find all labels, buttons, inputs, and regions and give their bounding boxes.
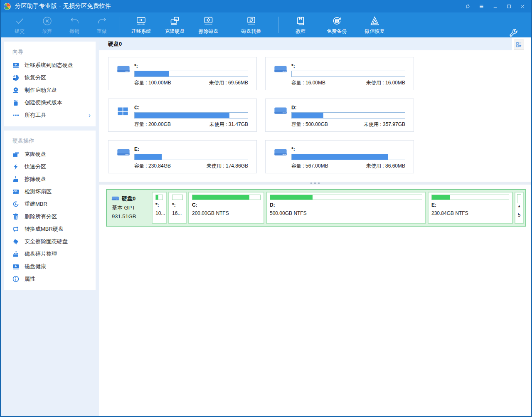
- discard-button[interactable]: 放弃: [33, 13, 61, 37]
- commit-button[interactable]: 提交: [6, 13, 33, 37]
- free-backup-button[interactable]: 免费备份: [320, 13, 354, 37]
- disk-icon: [116, 63, 131, 90]
- minimize-icon[interactable]: [488, 0, 502, 12]
- sidebar-item-portable-version[interactable]: 创建便携式版本: [4, 96, 96, 109]
- sidebar-item-recover-partition[interactable]: 恢复分区: [4, 72, 96, 84]
- free-backup-icon: [331, 15, 342, 27]
- capacity-text: 容量 : 230.84GB: [134, 163, 171, 170]
- unused-text: 未使用 : 69.56MB: [209, 79, 248, 86]
- redo-button[interactable]: 重做: [88, 13, 116, 37]
- sidebar-item-disk-health[interactable]: 磁盘健康: [4, 260, 96, 273]
- redo-icon: [96, 15, 108, 27]
- unused-text: 未使用 : 31.47GB: [209, 121, 248, 128]
- partition-card[interactable]: C: 容量 : 200.00GB 未使用 : 31.47GB: [108, 99, 257, 132]
- sidebar-item-secure-erase-ssd[interactable]: 安全擦除固态硬盘: [4, 235, 96, 248]
- usage-bar: [291, 71, 405, 77]
- convert-mbr-icon: [12, 226, 19, 232]
- capacity-text: 容量 : 567.00MB: [291, 163, 328, 170]
- partition-card[interactable]: E: 容量 : 230.84GB 未使用 : 174.86GB: [108, 140, 257, 173]
- close-icon[interactable]: [516, 0, 530, 12]
- commit-label: 提交: [15, 28, 25, 35]
- clone-disk-icon: [169, 15, 180, 27]
- sidebar-item-label: 擦除硬盘: [25, 175, 46, 183]
- check-icon: [14, 15, 25, 27]
- disk-map-partition[interactable]: * 5: [515, 192, 524, 224]
- sidebar-item-make-boot-disc[interactable]: 制作启动光盘: [4, 84, 96, 96]
- tutorial-button[interactable]: 教程: [287, 13, 314, 37]
- partition-size: 5: [517, 212, 522, 218]
- partition-label: E:: [431, 202, 509, 208]
- disk-map-partition[interactable]: D: 500.00GB NTFS: [266, 192, 426, 224]
- partition-label: *:: [291, 146, 405, 152]
- usage-bar: [291, 154, 405, 160]
- migrate-system-label: 迁移系统: [131, 28, 151, 35]
- sidebar-item-label: 恢复分区: [25, 74, 46, 81]
- disk-name: 硬盘0: [122, 195, 135, 202]
- sidebar-section-wizard: 向导 迁移系统到固态硬盘 恢复分区 制作启动光盘 创建便携式版本: [4, 42, 96, 126]
- partition-size: 200.00GB NTFS: [192, 210, 261, 216]
- disk-icon: [111, 195, 120, 202]
- disk-map-partition[interactable]: E: 230.84GB NTFS: [428, 192, 513, 224]
- portable-version-icon: [12, 99, 19, 106]
- maximize-icon[interactable]: [502, 0, 516, 12]
- sidebar-item-rebuild-mbr[interactable]: 重建MBR: [4, 198, 96, 210]
- disk-map-partition[interactable]: *: 10...: [152, 192, 167, 224]
- free-backup-label: 免费备份: [327, 28, 347, 35]
- sidebar-section-disk-ops: 硬盘操作 克隆硬盘 快速分区 擦除硬盘 检测坏扇区: [4, 131, 96, 290]
- capacity-text: 容量 : 100.00MB: [134, 79, 171, 86]
- sidebar-item-migrate-to-ssd[interactable]: 迁移系统到固态硬盘: [4, 59, 96, 72]
- refresh-icon[interactable]: [461, 0, 475, 12]
- disk-header-bar: 硬盘0: [99, 37, 512, 50]
- sidebar-item-convert-to-mbr[interactable]: 转换成MBR硬盘: [4, 223, 96, 235]
- migrate-system-button[interactable]: 迁移系统: [124, 13, 158, 37]
- wechat-recovery-button[interactable]: 微信恢复: [358, 13, 392, 37]
- wipe-disk-button[interactable]: 擦除磁盘: [192, 13, 225, 37]
- defrag-icon: [12, 251, 19, 257]
- clone-disk-button[interactable]: 克隆硬盘: [158, 13, 192, 37]
- title-bar: 分区助手专业版 - 无损分区免费软件: [0, 0, 532, 12]
- window-title: 分区助手专业版 - 无损分区免费软件: [15, 2, 111, 10]
- usage-bar: [134, 71, 248, 77]
- splitter-handle[interactable]: [99, 182, 531, 185]
- partition-size: 16...: [172, 210, 183, 216]
- partition-size: 10...: [155, 210, 163, 216]
- bad-sector-icon: [12, 188, 19, 195]
- sidebar: 向导 迁移系统到固态硬盘 恢复分区 制作启动光盘 创建便携式版本: [0, 37, 99, 417]
- sidebar-item-defragment[interactable]: 磁盘碎片整理: [4, 248, 96, 260]
- partition-card[interactable]: *: 容量 : 567.00MB 未使用 : 86.60MB: [265, 140, 414, 173]
- sidebar-item-properties[interactable]: 属性: [4, 273, 96, 285]
- header-divider: [107, 51, 511, 51]
- view-toggle-button[interactable]: [514, 39, 524, 50]
- sidebar-item-label: 所有工具: [25, 111, 46, 119]
- properties-icon: [12, 276, 19, 282]
- windows-icon: [116, 105, 131, 131]
- undo-button[interactable]: 撤销: [61, 13, 88, 37]
- partition-card[interactable]: D: 容量 : 500.00GB 未使用 : 357.97GB: [265, 99, 414, 132]
- recover-partition-icon: [12, 74, 19, 81]
- sidebar-item-label: 克隆硬盘: [25, 151, 46, 158]
- sidebar-item-all-tools[interactable]: 所有工具 ›: [4, 109, 96, 121]
- unused-text: 未使用 : 16.00MB: [366, 79, 405, 86]
- sidebar-item-wipe-disk[interactable]: 擦除硬盘: [4, 173, 96, 185]
- disk-health-icon: [12, 263, 19, 270]
- disk-icon: [273, 146, 288, 173]
- toolbar: 提交 放弃 撤销 重做 迁移系统 克隆硬盘 擦除磁盘 磁盘转换 教程 免费备份: [0, 12, 532, 37]
- menu-icon[interactable]: [475, 0, 488, 12]
- disk-convert-button[interactable]: 磁盘转换: [234, 13, 268, 37]
- unused-text: 未使用 : 174.86GB: [207, 163, 248, 170]
- sidebar-item-delete-all-partitions[interactable]: 删除所有分区: [4, 210, 96, 223]
- wipe-disk-icon: [12, 176, 19, 183]
- sidebar-item-label: 迁移系统到固态硬盘: [25, 62, 73, 69]
- partition-size: 500.00GB NTFS: [270, 210, 422, 216]
- sidebar-item-clone-disk[interactable]: 克隆硬盘: [4, 148, 96, 160]
- partition-card[interactable]: *: 容量 : 16.00MB 未使用 : 16.00MB: [265, 57, 414, 90]
- partition-card[interactable]: *: 容量 : 100.00MB 未使用 : 69.56MB: [108, 57, 257, 90]
- disk-map-info[interactable]: 硬盘0 基本 GPT 931.51GB: [108, 192, 150, 224]
- delete-partitions-icon: [12, 213, 19, 220]
- disk-map-partition[interactable]: C: 200.00GB NTFS: [188, 192, 264, 224]
- disk-map-partition[interactable]: *: 16...: [168, 192, 187, 224]
- partition-label: C:: [134, 105, 248, 111]
- sidebar-item-label: 检测坏扇区: [25, 188, 52, 195]
- sidebar-item-check-bad-sectors[interactable]: 检测坏扇区: [4, 185, 96, 198]
- sidebar-item-quick-partition[interactable]: 快速分区: [4, 160, 96, 173]
